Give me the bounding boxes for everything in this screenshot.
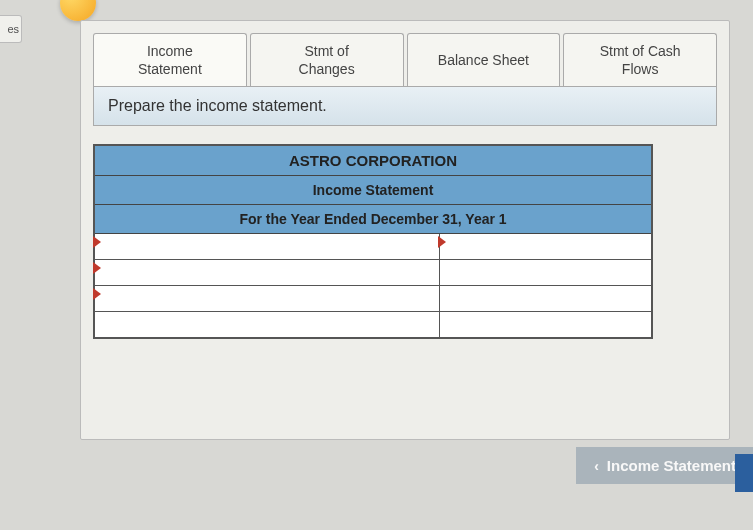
amount-cell[interactable] <box>440 286 652 312</box>
account-cell[interactable] <box>94 260 440 286</box>
tab-bar: Income Statement Stmt of Changes Balance… <box>81 21 729 86</box>
dropdown-arrow-icon <box>438 236 446 248</box>
tab-stmt-of-changes[interactable]: Stmt of Changes <box>250 33 404 86</box>
table-row <box>94 234 652 260</box>
statement-period: For the Year Ended December 31, Year 1 <box>94 205 652 234</box>
company-name: ASTRO CORPORATION <box>94 145 652 176</box>
worksheet: ASTRO CORPORATION Income Statement For t… <box>93 144 653 339</box>
amount-cell[interactable] <box>440 312 652 338</box>
nav-button-label: Income Statement <box>607 457 736 474</box>
table-row <box>94 286 652 312</box>
account-cell[interactable] <box>94 312 440 338</box>
statement-title: Income Statement <box>94 176 652 205</box>
dropdown-arrow-icon <box>93 288 101 300</box>
table-row <box>94 260 652 286</box>
amount-cell[interactable] <box>440 260 652 286</box>
account-cell[interactable] <box>94 286 440 312</box>
income-statement-table: ASTRO CORPORATION Income Statement For t… <box>93 144 653 339</box>
chevron-left-icon: ‹ <box>594 458 599 474</box>
tab-label: Income Statement <box>138 42 202 78</box>
next-button-edge[interactable] <box>735 454 753 492</box>
prev-income-statement-button[interactable]: ‹ Income Statement <box>576 447 753 484</box>
amount-cell[interactable] <box>440 234 652 260</box>
partial-side-tab: es <box>0 15 22 43</box>
tab-balance-sheet[interactable]: Balance Sheet <box>407 33 561 86</box>
indicator-dot <box>60 0 96 21</box>
instruction-text: Prepare the income statement. <box>93 86 717 126</box>
tab-label: Stmt of Changes <box>299 42 355 78</box>
tab-label: Stmt of Cash Flows <box>600 42 681 78</box>
tab-income-statement[interactable]: Income Statement <box>93 33 247 86</box>
dropdown-arrow-icon <box>93 262 101 274</box>
dropdown-arrow-icon <box>93 236 101 248</box>
table-row <box>94 312 652 338</box>
account-cell[interactable] <box>94 234 440 260</box>
tab-label: Balance Sheet <box>438 51 529 69</box>
tab-stmt-of-cash-flows[interactable]: Stmt of Cash Flows <box>563 33 717 86</box>
main-panel: Income Statement Stmt of Changes Balance… <box>80 20 730 440</box>
